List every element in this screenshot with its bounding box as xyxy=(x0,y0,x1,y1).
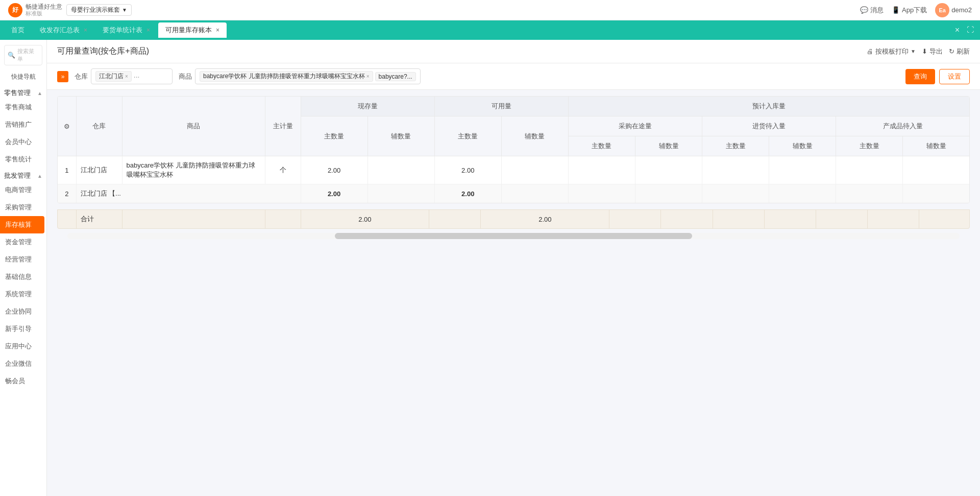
warehouse-more-btn[interactable]: ··· xyxy=(134,73,140,81)
nav-end-buttons: × ⛶ xyxy=(953,25,976,36)
page-title: 可用量查询(按仓库+商品) xyxy=(57,46,149,57)
horizontal-scrollbar[interactable] xyxy=(57,233,970,239)
account-selector[interactable]: 母婴行业演示账套 ▼ xyxy=(66,4,132,16)
subtotal-incoming-main xyxy=(702,184,769,203)
sidebar-item-quick-nav[interactable]: 快捷导航 xyxy=(0,68,46,85)
th-stock-aux: 辅数量 xyxy=(368,116,434,156)
product-col-label: 商品 xyxy=(187,122,200,130)
tab-home[interactable]: 首页 xyxy=(4,22,32,38)
subtotal-stock-main: 2.00 xyxy=(301,184,368,203)
tab-order-stat-label: 要货单统计表 xyxy=(103,26,142,35)
sidebar-item-ecommerce[interactable]: 电商管理 xyxy=(0,181,46,199)
sidebar-item-purchase[interactable]: 采购管理 xyxy=(0,199,46,216)
product-tag-1-close[interactable]: × xyxy=(366,74,370,79)
th-pur-main: 主数量 xyxy=(568,136,635,156)
tab-available-stock-close[interactable]: × xyxy=(216,27,219,34)
export-btn[interactable]: ⬇ 导出 xyxy=(922,47,943,56)
sidebar-search-box[interactable]: 🔍 搜索菜单 xyxy=(4,45,42,65)
sidebar-item-vip-member[interactable]: 畅会员 xyxy=(0,372,46,390)
content-area: 可用量查询(按仓库+商品) 🖨 按模板打印 ▼ ⬇ 导出 ↻ 刷新 xyxy=(47,40,980,496)
newbie-label: 新手引导 xyxy=(5,325,32,333)
main-layout: 🔍 搜索菜单 快捷导航 零售管理 ▲ 零售商城 营销推广 会员中心 零售统计 批… xyxy=(0,40,980,496)
product-input[interactable]: babycare学饮杯 儿童防摔防撞吸管杯重力球吸嘴杯宝宝水杯 × babyca… xyxy=(195,68,421,84)
warehouse-input[interactable]: 江北门店 × ··· xyxy=(91,68,173,84)
sidebar-item-enterprise[interactable]: 企业协同 xyxy=(0,303,46,320)
tab-recv-send-label: 收发存汇总表 xyxy=(40,26,80,35)
main-unit-label: 主计量 xyxy=(273,122,293,130)
sidebar-item-basic[interactable]: 基础信息 xyxy=(0,268,46,286)
sidebar-item-marketing[interactable]: 营销推广 xyxy=(0,116,46,133)
warehouse-tag: 江北门店 × xyxy=(95,71,132,82)
row1-no: 1 xyxy=(58,156,76,184)
tab-order-stat-close[interactable]: × xyxy=(146,27,150,34)
logo-area: 好 畅捷通好生意 标准版 xyxy=(8,3,62,17)
th-warehouse: 仓库 xyxy=(76,97,122,156)
top-bar-left: 好 畅捷通好生意 标准版 母婴行业演示账套 ▼ xyxy=(8,3,132,17)
sidebar-item-system[interactable]: 系统管理 xyxy=(0,286,46,303)
th-product-pending-group: 产成品待入量 xyxy=(836,116,969,136)
sidebar-section-retail[interactable]: 零售管理 ▲ xyxy=(0,85,46,99)
nav-tabs: 首页 收发存汇总表 × 要货单统计表 × 可用量库存账本 × × ⛶ xyxy=(0,20,980,40)
brand-label: 标准版 xyxy=(26,10,62,17)
close-all-tabs-btn[interactable]: × xyxy=(953,25,962,36)
app-download-btn[interactable]: 📱 App下载 xyxy=(892,6,927,15)
tab-recv-send[interactable]: 收发存汇总表 × xyxy=(33,22,94,38)
expand-icon: » xyxy=(61,73,65,80)
fullscreen-btn[interactable]: ⛶ xyxy=(965,25,976,36)
total-pur-aux xyxy=(713,210,764,228)
th-main-unit: 主计量 xyxy=(265,97,301,156)
sidebar-item-app-center[interactable]: 应用中心 xyxy=(0,338,46,355)
th-avail-main: 主数量 xyxy=(434,116,501,156)
sidebar-item-newbie[interactable]: 新手引导 xyxy=(0,320,46,338)
row1-pur-main xyxy=(568,156,635,184)
row1-avail-aux xyxy=(501,156,568,184)
settings-btn[interactable]: 设置 xyxy=(939,69,970,84)
table-container: ⚙ 仓库 商品 主计量 现存量 xyxy=(57,96,970,203)
tab-home-label: 首页 xyxy=(11,26,24,35)
tab-available-stock[interactable]: 可用量库存账本 × xyxy=(158,22,227,38)
filter-expand-btn[interactable]: » xyxy=(57,71,68,82)
sidebar-item-operations[interactable]: 经营管理 xyxy=(0,251,46,268)
sidebar-item-wechat[interactable]: 企业微信 xyxy=(0,355,46,372)
row1-warehouse: 江北门店 xyxy=(76,156,122,184)
sidebar-item-finance[interactable]: 资金管理 xyxy=(0,233,46,251)
tab-recv-send-close[interactable]: × xyxy=(84,27,87,34)
th-planned-inbound-group: 预计入库量 xyxy=(568,97,969,116)
purchase-label: 采购管理 xyxy=(5,203,32,211)
sidebar-item-inventory[interactable]: 库存核算 xyxy=(0,216,44,233)
subtotal-pur-main xyxy=(568,184,635,203)
message-icon: 💬 xyxy=(860,6,868,14)
vip-member-label: 畅会员 xyxy=(5,377,25,385)
row1-stock-main: 2.00 xyxy=(301,156,368,184)
warehouse-tag-close[interactable]: × xyxy=(125,74,128,79)
row1-incoming-aux xyxy=(769,156,836,184)
tab-order-stat[interactable]: 要货单统计表 × xyxy=(95,22,157,38)
product-tag-1-value: babycare学饮杯 儿童防摔防撞吸管杯重力球吸嘴杯宝宝水杯 xyxy=(203,72,365,81)
total-stock-main: 2.00 xyxy=(301,210,429,228)
avatar: Ea xyxy=(935,3,949,17)
th-prod-main: 主数量 xyxy=(836,136,903,156)
message-btn[interactable]: 💬 消息 xyxy=(860,6,884,15)
row1-stock-aux xyxy=(368,156,434,184)
warehouse-tag-value: 江北门店 xyxy=(99,72,124,81)
print-template-btn[interactable]: 🖨 按模板打印 ▼ xyxy=(867,47,916,56)
th-incoming-group: 进货待入量 xyxy=(702,116,836,136)
wechat-label: 企业微信 xyxy=(5,360,32,367)
sidebar-item-retail-stat[interactable]: 零售统计 xyxy=(0,151,46,168)
refresh-btn[interactable]: ↻ 刷新 xyxy=(949,47,970,56)
sidebar-item-retail-mall[interactable]: 零售商城 xyxy=(0,99,46,116)
total-prod-main xyxy=(868,210,919,228)
th-settings: ⚙ xyxy=(58,97,76,156)
account-label: 母婴行业演示账套 xyxy=(71,6,120,14)
product-label: 商品 xyxy=(179,72,192,81)
th-pur-transit-group: 采购在途量 xyxy=(568,116,702,136)
user-area[interactable]: Ea demo2 xyxy=(935,3,972,17)
page-header: 可用量查询(按仓库+商品) 🖨 按模板打印 ▼ ⬇ 导出 ↻ 刷新 xyxy=(47,40,980,63)
query-btn[interactable]: 查询 xyxy=(905,69,935,84)
settings-icon[interactable]: ⚙ xyxy=(64,123,70,130)
subtotal-stock-aux xyxy=(368,184,434,203)
th-pur-aux: 辅数量 xyxy=(635,136,702,156)
sidebar-section-wholesale[interactable]: 批发管理 ▲ xyxy=(0,168,46,181)
top-bar: 好 畅捷通好生意 标准版 母婴行业演示账套 ▼ 💬 消息 📱 App下载 Ea … xyxy=(0,0,980,20)
sidebar-item-member[interactable]: 会员中心 xyxy=(0,133,46,151)
